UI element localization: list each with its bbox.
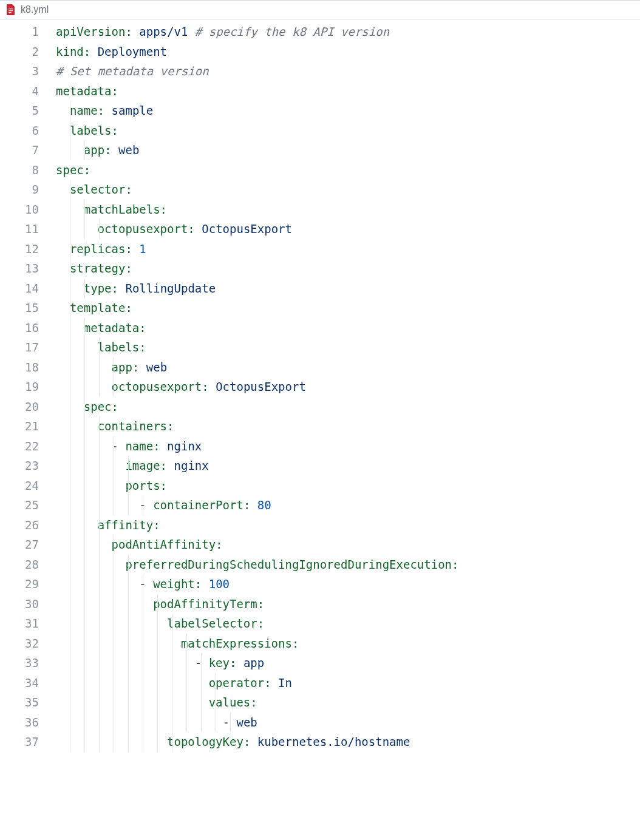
code-content: strategy:: [56, 259, 640, 279]
line-number: 6: [0, 121, 56, 141]
code-content: name: sample: [56, 101, 640, 121]
code-content: spec:: [56, 397, 640, 417]
code-line[interactable]: 35 values:: [0, 693, 640, 713]
line-number: 12: [0, 239, 56, 259]
code-line[interactable]: 32 matchExpressions:: [0, 634, 640, 654]
line-number: 7: [0, 140, 56, 160]
file-icon: [6, 4, 16, 15]
code-content: - web: [56, 713, 640, 733]
code-content: matchLabels:: [56, 200, 640, 220]
code-line[interactable]: 18 app: web: [0, 357, 640, 378]
code-content: topologyKey: kubernetes.io/hostname: [56, 732, 640, 752]
code-line[interactable]: 28 preferredDuringSchedulingIgnoredDurin…: [0, 555, 640, 575]
file-header: k8.yml: [0, 0, 640, 19]
code-line[interactable]: 31 labelSelector:: [0, 614, 640, 634]
code-content: app: web: [56, 357, 640, 378]
code-line[interactable]: 15 template:: [0, 298, 640, 318]
code-line[interactable]: 25 - containerPort: 80: [0, 495, 640, 515]
code-content: # Set metadata version: [56, 61, 640, 81]
code-content: octopusexport: OctopusExport: [56, 377, 640, 397]
code-line[interactable]: 9 selector:: [0, 180, 640, 200]
code-content: labels:: [56, 121, 640, 141]
code-content: podAffinityTerm:: [56, 594, 640, 614]
line-number: 19: [0, 377, 56, 397]
code-content: spec:: [56, 160, 640, 180]
code-content: - name: nginx: [56, 436, 640, 456]
line-number: 22: [0, 436, 56, 456]
code-line[interactable]: 3# Set metadata version: [0, 61, 640, 81]
line-number: 27: [0, 535, 56, 555]
line-number: 2: [0, 42, 56, 62]
line-number: 35: [0, 693, 56, 713]
code-line[interactable]: 16 metadata:: [0, 318, 640, 338]
code-line[interactable]: 29 - weight: 100: [0, 574, 640, 594]
code-content: apiVersion: apps/v1 # specify the k8 API…: [56, 22, 640, 42]
code-content: ports:: [56, 476, 640, 496]
code-line[interactable]: 12 replicas: 1: [0, 239, 640, 259]
line-number: 31: [0, 614, 56, 634]
line-number: 36: [0, 713, 56, 733]
code-line[interactable]: 10 matchLabels:: [0, 200, 640, 220]
code-content: affinity:: [56, 515, 640, 535]
code-line[interactable]: 37 topologyKey: kubernetes.io/hostname: [0, 732, 640, 752]
code-content: metadata:: [56, 318, 640, 338]
code-line[interactable]: 30 podAffinityTerm:: [0, 594, 640, 614]
code-content: image: nginx: [56, 456, 640, 476]
line-number: 24: [0, 476, 56, 496]
line-number: 10: [0, 200, 56, 220]
line-number: 8: [0, 160, 56, 180]
line-number: 29: [0, 574, 56, 594]
code-content: kind: Deployment: [56, 42, 640, 62]
code-content: - key: app: [56, 653, 640, 673]
code-line[interactable]: 2kind: Deployment: [0, 42, 640, 62]
code-line[interactable]: 21 containers:: [0, 416, 640, 436]
line-number: 21: [0, 416, 56, 436]
code-line[interactable]: 23 image: nginx: [0, 456, 640, 476]
code-content: values:: [56, 693, 640, 713]
code-line[interactable]: 8spec:: [0, 160, 640, 180]
code-line[interactable]: 34 operator: In: [0, 673, 640, 693]
file-name[interactable]: k8.yml: [21, 4, 49, 15]
line-number: 26: [0, 515, 56, 535]
code-line[interactable]: 7 app: web: [0, 140, 640, 160]
line-number: 13: [0, 259, 56, 279]
code-content: - containerPort: 80: [56, 495, 640, 515]
line-number: 20: [0, 397, 56, 417]
line-number: 15: [0, 298, 56, 318]
code-content: matchExpressions:: [56, 634, 640, 654]
code-content: podAntiAffinity:: [56, 535, 640, 555]
code-line[interactable]: 13 strategy:: [0, 259, 640, 279]
svg-rect-0: [9, 8, 13, 9]
code-line[interactable]: 20 spec:: [0, 397, 640, 417]
line-number: 23: [0, 456, 56, 476]
code-line[interactable]: 26 affinity:: [0, 515, 640, 535]
code-line[interactable]: 17 labels:: [0, 337, 640, 357]
line-number: 37: [0, 732, 56, 752]
code-line[interactable]: 1apiVersion: apps/v1 # specify the k8 AP…: [0, 22, 640, 42]
code-content: type: RollingUpdate: [56, 279, 640, 299]
code-line[interactable]: 22 - name: nginx: [0, 436, 640, 456]
code-line[interactable]: 19 octopusexport: OctopusExport: [0, 377, 640, 397]
line-number: 14: [0, 279, 56, 299]
line-number: 30: [0, 594, 56, 614]
line-number: 11: [0, 219, 56, 239]
code-line[interactable]: 36 - web: [0, 713, 640, 733]
line-number: 25: [0, 495, 56, 515]
code-line[interactable]: 6 labels:: [0, 121, 640, 141]
line-number: 28: [0, 555, 56, 575]
code-line[interactable]: 4metadata:: [0, 81, 640, 101]
code-content: - weight: 100: [56, 574, 640, 594]
code-line[interactable]: 11 octopusexport: OctopusExport: [0, 219, 640, 239]
code-content: labels:: [56, 337, 640, 357]
code-line[interactable]: 24 ports:: [0, 476, 640, 496]
line-number: 3: [0, 61, 56, 81]
code-line[interactable]: 27 podAntiAffinity:: [0, 535, 640, 555]
code-line[interactable]: 14 type: RollingUpdate: [0, 279, 640, 299]
svg-rect-2: [9, 12, 12, 13]
line-number: 18: [0, 357, 56, 378]
code-line[interactable]: 33 - key: app: [0, 653, 640, 673]
line-number: 1: [0, 22, 56, 42]
code-editor[interactable]: 1apiVersion: apps/v1 # specify the k8 AP…: [0, 19, 640, 752]
code-line[interactable]: 5 name: sample: [0, 101, 640, 121]
code-content: template:: [56, 298, 640, 318]
